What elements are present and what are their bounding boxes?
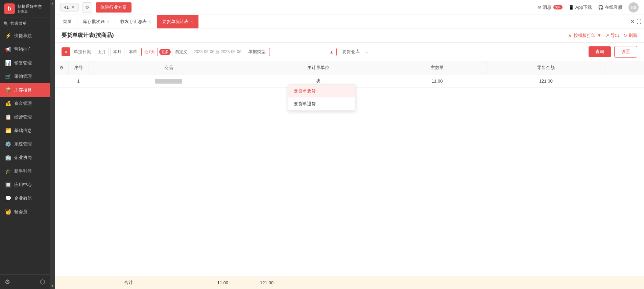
tab-order-stats[interactable]: 要货单统计表 ×	[157, 15, 199, 28]
this-month-button[interactable]: 本月	[110, 48, 124, 56]
sidebar-item-marketing[interactable]: 📢 营销推广	[0, 43, 50, 56]
main-area: 41 ▼ ⚙ 体验行业方案 ✉ 消息 99+ 📱 App下载 🎧 在线客服 Ri…	[55, 0, 644, 289]
data-table: ⚙ 序号 商品 主计量单位 主数量 零售金额 1	[55, 61, 644, 88]
this-year-button[interactable]: 本年	[126, 48, 140, 56]
sidebar-item-apps[interactable]: 🔲 应用中心	[0, 178, 50, 192]
wechat-icon: 💬	[5, 195, 11, 202]
dropdown-item-order-return[interactable]: 要货单退货	[288, 97, 355, 110]
finance-icon: 💰	[5, 100, 11, 107]
warehouse-filter-label: 要货仓库	[342, 49, 360, 55]
sidebar-item-enterprise[interactable]: 🏢 企业协同	[0, 151, 50, 164]
top-bar-right: ✉ 消息 99+ 📱 App下载 🎧 在线客服 Rit	[538, 2, 639, 13]
sidebar-item-operation[interactable]: 📋 经营管理	[0, 110, 50, 124]
marketing-icon: 📢	[5, 46, 11, 53]
tab-home[interactable]: 首页	[57, 15, 77, 28]
sales-icon: 📊	[5, 60, 11, 66]
footer-amount: 121.00	[245, 280, 289, 285]
apps-icon: 🔲	[5, 181, 11, 188]
refresh-icon: ↻	[623, 33, 627, 38]
operation-icon: 📋	[5, 114, 11, 120]
guide-icon: 🎓	[5, 168, 11, 175]
col-goods: 商品	[89, 61, 249, 74]
date-filter-buttons: 上月 本月 本年 近7天 更多 自定义	[95, 48, 190, 56]
type-filter-label: 单据类型	[248, 49, 266, 55]
type-dropdown-menu: 要货单要货 要货单退货	[288, 84, 356, 111]
sidebar-item-sales[interactable]: 📊 销售管理	[0, 56, 50, 70]
enterprise-icon: 🏢	[5, 154, 11, 161]
last-7days-button[interactable]: 近7天	[141, 48, 158, 56]
tab-selector-chevron-icon: ▼	[71, 5, 75, 10]
row-goods	[89, 74, 249, 88]
warehouse-more-icon[interactable]: ···	[364, 49, 368, 54]
last-month-button[interactable]: 上月	[95, 48, 109, 56]
refresh-button[interactable]: ↻ 刷新	[623, 32, 637, 39]
scroll-down-icon[interactable]: ▼	[51, 284, 54, 288]
tab-selector[interactable]: 41 ▼	[60, 3, 79, 12]
sidebar-item-inventory[interactable]: 📦 库存核算	[0, 83, 50, 97]
service-icon: 🎧	[598, 5, 603, 10]
search-icon: 🔍	[3, 21, 8, 26]
message-badge: 99+	[553, 5, 563, 9]
content-wrapper: 要货单统计表(按商品) 🖨 按模板打印 ▼ ↗ 导出 ↻ 刷新 »	[55, 28, 644, 289]
tab-shipreceive[interactable]: 收发存汇总表 ×	[115, 15, 157, 28]
dropdown-item-order-goods[interactable]: 要货单要货	[288, 85, 355, 97]
tab-inventory-batch-close[interactable]: ×	[107, 19, 109, 24]
page-header: 要货单统计表(按商品) 🖨 按模板打印 ▼ ↗ 导出 ↻ 刷新	[55, 28, 644, 43]
print-icon: 🖨	[568, 33, 572, 38]
sidebar-item-purchase[interactable]: 🛒 采购管理	[0, 70, 50, 83]
table-header-row: ⚙ 序号 商品 主计量单位 主数量 零售金额	[55, 61, 644, 74]
trial-button[interactable]: 体验行业方案	[96, 2, 132, 13]
sidebar-item-basic[interactable]: 🗂️ 基础信息	[0, 124, 50, 137]
sidebar-item-finance[interactable]: 💰 资金管理	[0, 97, 50, 110]
filter-bar: » 单据日期 上月 本月 本年 近7天 更多 自定义 2023-05-06 至 …	[55, 43, 644, 61]
date-filter-label: 单据日期	[74, 49, 91, 55]
setting-button[interactable]: 设置	[614, 46, 637, 58]
custom-date-button[interactable]: 自定义	[172, 48, 190, 56]
sidebar-settings-icon[interactable]: ⚙	[5, 278, 10, 286]
tab-order-stats-close[interactable]: ×	[191, 19, 193, 24]
tab-inventory-batch[interactable]: 库存批次账 ×	[77, 15, 115, 28]
online-service-button[interactable]: 🎧 在线客服	[598, 4, 622, 10]
sidebar-item-member[interactable]: 👑 畅会员	[0, 205, 50, 219]
print-chevron-icon: ▼	[597, 33, 601, 38]
message-icon: ✉	[538, 5, 541, 10]
tab-bar-expand-button[interactable]: ⛶	[637, 19, 641, 24]
more-dates-button[interactable]: 更多	[159, 49, 171, 55]
row-no: 1	[68, 74, 89, 88]
filter-expand-button[interactable]: »	[62, 47, 70, 56]
date-range-display: 2023-05-06 至 2023-06-06	[194, 49, 241, 55]
purchase-icon: 🛒	[5, 73, 11, 80]
sidebar-item-system[interactable]: ⚙️ 系统管理	[0, 137, 50, 151]
type-filter-select[interactable]: ▲	[269, 48, 337, 56]
top-bar-left: 41 ▼ ⚙ 体验行业方案	[60, 2, 538, 13]
sidebar-item-guide[interactable]: 🎓 新手引导	[0, 164, 50, 178]
inventory-icon: 📦	[5, 87, 11, 93]
search-menu-item[interactable]: 🔍 搜索菜单	[0, 18, 50, 29]
col-settings[interactable]: ⚙	[55, 61, 68, 74]
messages-button[interactable]: ✉ 消息 99+	[538, 4, 563, 10]
export-button[interactable]: ↗ 导出	[605, 32, 619, 39]
scroll-up-icon[interactable]: ▲	[51, 1, 54, 5]
user-avatar[interactable]: Rit	[628, 2, 639, 13]
basic-icon: 🗂️	[5, 127, 11, 134]
sidebar-collapse-icon[interactable]: ⬡	[40, 278, 45, 286]
print-button[interactable]: 🖨 按模板打印 ▼	[568, 32, 601, 39]
row-amount: 121.00	[486, 74, 605, 88]
footer-qty: 11.00	[201, 280, 245, 285]
sidebar-bottom: ⚙ ⬡	[0, 274, 50, 289]
settings-gear-button[interactable]: ⚙	[82, 2, 92, 13]
col-no: 序号	[68, 61, 89, 74]
table-settings-icon[interactable]: ⚙	[59, 65, 64, 70]
top-bar: 41 ▼ ⚙ 体验行业方案 ✉ 消息 99+ 📱 App下载 🎧 在线客服 Ri…	[55, 0, 644, 15]
logo-text: 畅捷通好生意 标准版	[18, 4, 42, 14]
app-download-button[interactable]: 📱 App下载	[569, 4, 592, 10]
logo-icon: b	[4, 3, 15, 14]
sidebar-item-quick-nav[interactable]: ⚡ 快捷导航	[0, 29, 50, 43]
tab-shipreceive-close[interactable]: ×	[149, 19, 151, 24]
sidebar-item-wechat[interactable]: 💬 企业微信	[0, 192, 50, 205]
tab-bar-close-button[interactable]: ✕	[630, 18, 635, 25]
sidebar-nav: ⚡ 快捷导航 📢 营销推广 📊 销售管理 🛒 采购管理 📦 库存核算 💰 资金管…	[0, 29, 50, 274]
query-button[interactable]: 查询	[589, 46, 611, 57]
app-download-icon: 📱	[569, 5, 574, 10]
tab-bar: 首页 库存批次账 × 收发存汇总表 × 要货单统计表 × ✕ ⛶	[55, 15, 644, 28]
